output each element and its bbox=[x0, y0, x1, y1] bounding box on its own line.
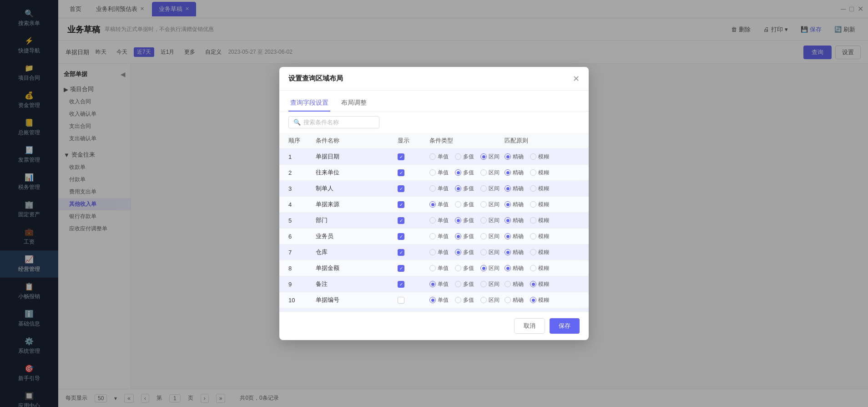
radio-range[interactable]: 区间 bbox=[480, 233, 500, 240]
radio-multi[interactable]: 多值 bbox=[455, 169, 474, 177]
save-button[interactable]: 保存 bbox=[550, 318, 580, 334]
radio-range[interactable]: 区间 bbox=[480, 201, 500, 209]
display-cell[interactable]: ✓ bbox=[398, 217, 429, 224]
display-cell[interactable]: ✓ bbox=[398, 169, 429, 176]
radio-fuzzy-circle bbox=[530, 249, 536, 255]
display-checkbox[interactable]: ✓ bbox=[398, 233, 404, 240]
condition-type-group: 单值 多值 区间 bbox=[429, 201, 500, 209]
radio-exact[interactable]: 精确 bbox=[505, 265, 524, 272]
radio-fuzzy[interactable]: 模糊 bbox=[530, 169, 549, 177]
radio-range[interactable]: 区间 bbox=[480, 153, 500, 161]
match-rule-group: 精确 模糊 bbox=[505, 185, 549, 193]
radio-fuzzy[interactable]: 模糊 bbox=[530, 265, 549, 272]
radio-exact[interactable]: 精确 bbox=[505, 233, 524, 240]
radio-fuzzy[interactable]: 模糊 bbox=[530, 153, 549, 161]
radio-single[interactable]: 单值 bbox=[429, 249, 449, 256]
display-cell[interactable]: ✓ bbox=[398, 281, 429, 288]
table-row: 6 业务员 ✓ 单值 多值 区间 精确 bbox=[279, 229, 589, 244]
radio-exact[interactable]: 精确 bbox=[505, 185, 524, 193]
radio-range-circle bbox=[480, 265, 487, 271]
display-checkbox[interactable]: ✓ bbox=[398, 217, 404, 224]
display-cell[interactable]: ✓ bbox=[398, 201, 429, 208]
table-row: 9 备注 ✓ 单值 多值 区间 精确 bbox=[279, 276, 589, 292]
radio-range[interactable]: 区间 bbox=[480, 280, 500, 288]
radio-fuzzy[interactable]: 模糊 bbox=[530, 296, 549, 304]
radio-exact[interactable]: 精确 bbox=[505, 169, 524, 177]
radio-single-circle bbox=[429, 233, 436, 239]
radio-single[interactable]: 单值 bbox=[429, 185, 449, 193]
radio-exact[interactable]: 精确 bbox=[505, 153, 524, 161]
condition-type-cell: 单值 多值 区间 bbox=[429, 153, 505, 161]
radio-single[interactable]: 单值 bbox=[429, 280, 449, 288]
radio-multi[interactable]: 多值 bbox=[455, 217, 474, 224]
radio-multi[interactable]: 多值 bbox=[455, 280, 474, 288]
display-cell[interactable]: ✓ bbox=[398, 185, 429, 192]
radio-range[interactable]: 区间 bbox=[480, 249, 500, 256]
order-cell: 10 bbox=[288, 297, 316, 304]
radio-single[interactable]: 单值 bbox=[429, 296, 449, 304]
dialog-close-button[interactable]: ✕ bbox=[573, 75, 580, 83]
table-row: 2 往来单位 ✓ 单值 多值 区间 精确 bbox=[279, 165, 589, 181]
table-row: 1 单据日期 ✓ 单值 多值 区间 精确 bbox=[279, 149, 589, 165]
radio-range[interactable]: 区间 bbox=[480, 169, 500, 177]
display-checkbox[interactable]: ✓ bbox=[398, 185, 404, 192]
radio-range[interactable]: 区间 bbox=[480, 296, 500, 304]
radio-multi[interactable]: 多值 bbox=[455, 296, 474, 304]
condition-type-cell: 单值 多值 区间 bbox=[429, 185, 505, 193]
display-checkbox[interactable]: ✓ bbox=[398, 249, 404, 256]
radio-single-circle bbox=[429, 201, 436, 208]
radio-multi[interactable]: 多值 bbox=[455, 185, 474, 193]
condition-type-group: 单值 多值 区间 bbox=[429, 296, 500, 304]
radio-range[interactable]: 区间 bbox=[480, 185, 500, 193]
radio-multi[interactable]: 多值 bbox=[455, 233, 474, 240]
radio-range[interactable]: 区间 bbox=[480, 217, 500, 224]
condition-type-group: 单值 多值 区间 bbox=[429, 217, 500, 224]
dialog-tab-layout[interactable]: 布局调整 bbox=[339, 95, 368, 112]
radio-fuzzy-circle bbox=[530, 217, 536, 224]
search-input[interactable] bbox=[303, 119, 374, 126]
condition-type-group: 单值 多值 区间 bbox=[429, 153, 500, 161]
radio-multi[interactable]: 多值 bbox=[455, 249, 474, 256]
display-cell[interactable]: ✓ bbox=[398, 233, 429, 240]
display-cell[interactable]: ✓ bbox=[398, 249, 429, 256]
dialog-tab-field-settings[interactable]: 查询字段设置 bbox=[288, 95, 330, 112]
radio-fuzzy[interactable]: 模糊 bbox=[530, 280, 549, 288]
radio-single[interactable]: 单值 bbox=[429, 265, 449, 272]
display-cell[interactable]: ✓ bbox=[398, 153, 429, 160]
radio-exact[interactable]: 精确 bbox=[505, 296, 524, 304]
radio-multi[interactable]: 多值 bbox=[455, 153, 474, 161]
radio-range[interactable]: 区间 bbox=[480, 265, 500, 272]
radio-exact[interactable]: 精确 bbox=[505, 249, 524, 256]
radio-single[interactable]: 单值 bbox=[429, 233, 449, 240]
radio-fuzzy-circle bbox=[530, 281, 536, 287]
display-checkbox[interactable]: ✓ bbox=[398, 281, 404, 288]
condition-type-cell: 单值 多值 区间 bbox=[429, 296, 505, 304]
match-rule-group: 精确 模糊 bbox=[505, 217, 549, 224]
radio-fuzzy[interactable]: 模糊 bbox=[530, 185, 549, 193]
order-cell: 9 bbox=[288, 281, 316, 288]
field-name-cell: 制单人 bbox=[316, 184, 398, 193]
radio-fuzzy[interactable]: 模糊 bbox=[530, 233, 549, 240]
radio-single[interactable]: 单值 bbox=[429, 169, 449, 177]
display-checkbox[interactable]: ✓ bbox=[398, 153, 404, 160]
radio-fuzzy[interactable]: 模糊 bbox=[530, 249, 549, 256]
radio-fuzzy[interactable]: 模糊 bbox=[530, 217, 549, 224]
radio-exact[interactable]: 精确 bbox=[505, 201, 524, 209]
radio-exact[interactable]: 精确 bbox=[505, 217, 524, 224]
radio-single[interactable]: 单值 bbox=[429, 201, 449, 209]
radio-fuzzy[interactable]: 模糊 bbox=[530, 201, 549, 209]
display-checkbox[interactable]: ✓ bbox=[398, 265, 404, 272]
match-rule-group: 精确 模糊 bbox=[505, 280, 549, 288]
radio-single[interactable]: 单值 bbox=[429, 153, 449, 161]
display-checkbox[interactable]: ✓ bbox=[398, 201, 404, 208]
display-cell[interactable]: ✓ bbox=[398, 265, 429, 272]
cancel-button[interactable]: 取消 bbox=[514, 318, 545, 334]
radio-multi[interactable]: 多值 bbox=[455, 201, 474, 209]
display-cell[interactable] bbox=[398, 297, 429, 304]
match-rule-cell: 精确 模糊 bbox=[505, 296, 580, 304]
radio-multi[interactable]: 多值 bbox=[455, 265, 474, 272]
display-checkbox[interactable] bbox=[398, 297, 404, 304]
display-checkbox[interactable]: ✓ bbox=[398, 169, 404, 176]
radio-single[interactable]: 单值 bbox=[429, 217, 449, 224]
radio-exact[interactable]: 精确 bbox=[505, 280, 524, 288]
